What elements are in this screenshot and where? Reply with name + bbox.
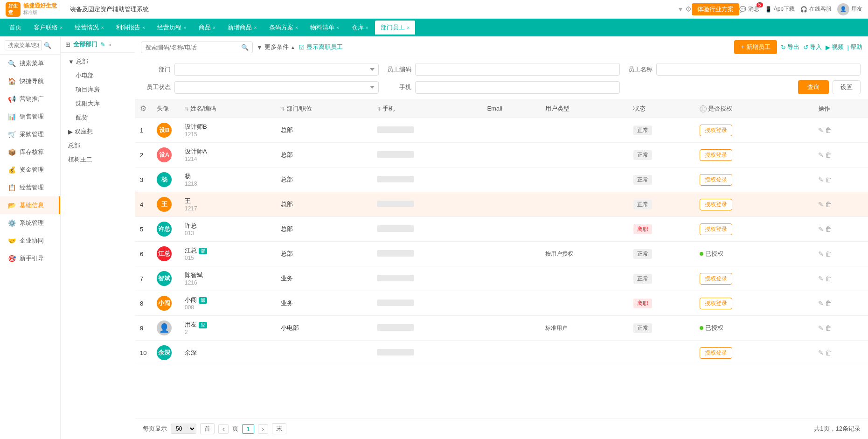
emp-code-filter-input[interactable]: [415, 63, 619, 76]
auth-login-button[interactable]: 授权登录: [700, 223, 732, 235]
dept-node-zhishu[interactable]: 植树王二: [61, 153, 135, 167]
tab-operation[interactable]: 经营情况 ×: [69, 21, 109, 35]
per-page-select[interactable]: 50 100: [171, 424, 196, 434]
auth-login-button[interactable]: 授权登录: [700, 174, 732, 186]
edit-icon[interactable]: ✎: [818, 349, 824, 356]
tab-bom[interactable]: 物料清单 ×: [305, 21, 345, 35]
phone-filter-input[interactable]: [415, 81, 619, 94]
delete-icon[interactable]: 🗑: [825, 300, 832, 307]
auth-info-icon[interactable]: ⓘ: [700, 105, 707, 112]
sidebar-item-marketing[interactable]: 📢 营销推广: [0, 90, 60, 108]
tab-goods[interactable]: 商品 ×: [193, 21, 221, 35]
tab-journey[interactable]: 经营历程 ×: [152, 21, 192, 35]
tab-add-goods[interactable]: 新增商品 ×: [222, 21, 262, 35]
import-button[interactable]: ↺ 导入: [803, 43, 822, 51]
tab-warehouse[interactable]: 仓库 ×: [346, 21, 374, 35]
tab-home[interactable]: 首页: [4, 21, 27, 35]
dept-node-xiaodian[interactable]: 小电部: [72, 69, 135, 83]
sidebar-item-nav[interactable]: 🏠 快捷导航: [0, 72, 60, 90]
show-resign-checkbox[interactable]: ☑ 显示离职员工: [299, 43, 343, 51]
online-service-button[interactable]: 🎧 在线客服: [800, 5, 832, 13]
delete-icon[interactable]: 🗑: [825, 225, 832, 233]
sidebar-item-inventory[interactable]: 📦 库存核算: [0, 143, 60, 161]
status-filter-select[interactable]: [174, 81, 379, 94]
next-page-button[interactable]: ›: [258, 424, 268, 434]
more-filter-button[interactable]: ▼ 更多条件 ▲: [257, 43, 295, 51]
edit-icon[interactable]: ✎: [818, 275, 824, 282]
auth-login-button[interactable]: 授权登录: [700, 199, 732, 210]
edit-icon[interactable]: ✎: [818, 324, 824, 332]
delete-icon[interactable]: 🗑: [825, 126, 832, 134]
delete-icon[interactable]: 🗑: [825, 250, 832, 258]
delete-icon[interactable]: 🗑: [825, 176, 832, 183]
tab-close-icon[interactable]: ×: [407, 25, 410, 30]
edit-icon[interactable]: ✎: [818, 250, 824, 258]
col-settings-icon[interactable]: ⚙: [140, 105, 146, 112]
tab-close-icon[interactable]: ×: [295, 25, 298, 30]
delete-icon[interactable]: 🗑: [825, 324, 832, 332]
delete-icon[interactable]: 🗑: [825, 275, 832, 282]
dept-node-peiho[interactable]: 配货: [72, 111, 135, 125]
sidebar-item-basic[interactable]: 📂 基础信息: [0, 196, 60, 214]
tab-close-icon[interactable]: ×: [183, 25, 186, 30]
auth-login-button[interactable]: 授权登录: [700, 298, 732, 309]
edit-icon[interactable]: ✎: [818, 151, 824, 159]
set-button[interactable]: 设置: [833, 80, 861, 94]
tab-close-icon[interactable]: ×: [213, 25, 215, 30]
trial-button[interactable]: 体验行业方案: [692, 3, 739, 15]
app-download-button[interactable]: 📱 App下载: [765, 5, 795, 13]
dept-node-shuangzuo[interactable]: ▶ 双座想: [61, 125, 135, 139]
delete-icon[interactable]: 🗑: [825, 151, 832, 159]
sidebar-item-purchase[interactable]: 🛒 采购管理: [0, 125, 60, 143]
sidebar-item-system[interactable]: ⚙️ 系统管理: [0, 214, 60, 232]
sidebar-item-collab[interactable]: 🤝 企业协同: [0, 232, 60, 250]
edit-icon[interactable]: ✎: [818, 300, 824, 307]
tab-close-icon[interactable]: ×: [101, 25, 104, 30]
export-button[interactable]: ↻ 导出: [781, 43, 799, 51]
delete-icon[interactable]: 🗑: [825, 349, 832, 356]
dept-collapse-icon[interactable]: «: [108, 41, 111, 48]
tab-employees[interactable]: 部门员工 ×: [375, 21, 415, 35]
help-button[interactable]: | 帮助: [847, 43, 862, 51]
dept-node-zongbu[interactable]: 总部: [61, 139, 135, 153]
tab-customer[interactable]: 客户联络 ×: [28, 21, 68, 35]
auth-login-button[interactable]: 授权登录: [700, 125, 732, 136]
tab-close-icon[interactable]: ×: [142, 25, 145, 30]
dept-filter-select[interactable]: [174, 63, 379, 76]
dropdown-arrow-icon[interactable]: ▾: [679, 5, 682, 14]
sidebar-search-input[interactable]: [5, 40, 42, 50]
tab-close-icon[interactable]: ×: [254, 25, 257, 30]
all-dept-label[interactable]: 全部部门: [73, 40, 97, 49]
emp-name-filter-input[interactable]: [656, 63, 861, 76]
tab-profit[interactable]: 利润报告 ×: [111, 21, 151, 35]
dept-edit-icon[interactable]: ✎: [100, 41, 105, 48]
sidebar-item-guide[interactable]: 🎯 新手引导: [0, 250, 60, 267]
sidebar-item-sales[interactable]: 📊 销售管理: [0, 108, 60, 125]
dept-node-shenyang[interactable]: 沈阳大库: [72, 97, 135, 111]
tab-close-icon[interactable]: ×: [366, 25, 368, 30]
query-button[interactable]: 查询: [798, 80, 829, 94]
dept-node-general[interactable]: ▼ 总部: [61, 55, 135, 69]
tab-close-icon[interactable]: ×: [336, 25, 339, 30]
edit-icon[interactable]: ✎: [818, 225, 824, 233]
last-page-button[interactable]: 末: [272, 423, 286, 434]
settings-icon[interactable]: ⚙: [685, 5, 692, 14]
delete-icon[interactable]: 🗑: [825, 201, 832, 208]
message-button[interactable]: 💬 消息 5: [739, 5, 759, 13]
tab-barcode[interactable]: 条码方案 ×: [264, 21, 304, 35]
edit-icon[interactable]: ✎: [818, 176, 824, 183]
edit-icon[interactable]: ✎: [818, 126, 824, 134]
auth-login-button[interactable]: 授权登录: [700, 149, 732, 161]
search-input[interactable]: [145, 44, 238, 51]
current-page-number[interactable]: 1: [242, 424, 254, 434]
tab-close-icon[interactable]: ×: [60, 25, 62, 30]
auth-login-button[interactable]: 授权登录: [700, 347, 732, 359]
prev-page-button[interactable]: ‹: [218, 424, 229, 434]
sidebar-item-operation[interactable]: 📋 经营管理: [0, 179, 60, 196]
edit-icon[interactable]: ✎: [818, 201, 824, 208]
view-button[interactable]: ▶ 视频: [826, 43, 844, 51]
auth-login-button[interactable]: 授权登录: [700, 273, 732, 285]
add-employee-button[interactable]: + 新增员工: [734, 40, 777, 54]
sidebar-item-finance[interactable]: 💰 资金管理: [0, 161, 60, 179]
user-area[interactable]: 👤 用友: [837, 3, 862, 15]
